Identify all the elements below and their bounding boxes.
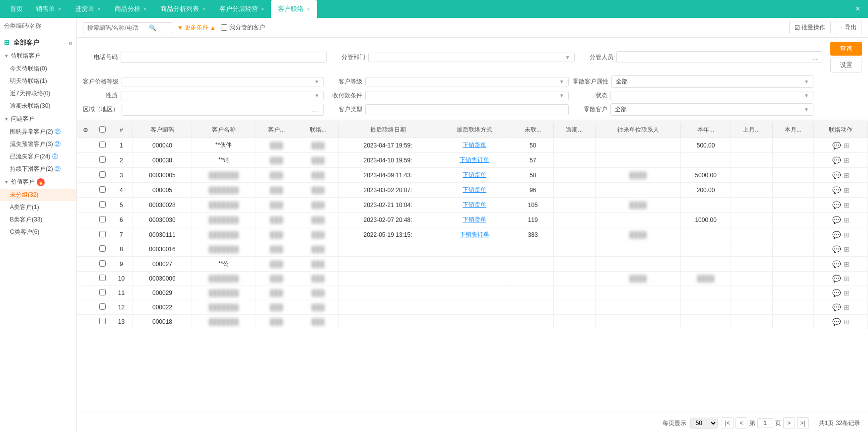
contact-icon[interactable]: 💬 [832, 303, 841, 311]
sidebar-item-tomorrow[interactable]: 明天待联络(1) [0, 75, 76, 87]
sidebar-item-overdue[interactable]: 逾期未联络(30) [0, 100, 76, 112]
sidebar-item-ungroup[interactable]: 未分组(32) [0, 189, 76, 201]
sidebar-collapse-icon[interactable]: « [68, 39, 72, 47]
next-page-btn[interactable]: > [783, 417, 795, 429]
sidebar-item-7days[interactable]: 近7天待联络(0) [0, 87, 76, 100]
current-page-input[interactable] [757, 418, 773, 428]
grid-icon[interactable]: ⊞ [844, 156, 850, 164]
search-input[interactable] [87, 24, 147, 31]
sidebar-item-today[interactable]: 今天待联络(0) [0, 63, 76, 75]
contact-icon[interactable]: 💬 [832, 201, 841, 209]
row-select-checkbox[interactable] [99, 156, 106, 163]
contact-icon[interactable]: 💬 [832, 216, 841, 224]
close-tab-analysis-list-icon[interactable]: × [202, 6, 205, 12]
row-select-checkbox[interactable] [99, 245, 106, 252]
row-select-checkbox[interactable] [99, 142, 106, 148]
row-select-checkbox[interactable] [99, 216, 106, 222]
sidebar-item-abnormal[interactable]: 囤购异常客户(2) ② [0, 126, 76, 138]
grid-icon[interactable]: ⊞ [844, 289, 850, 297]
status-select[interactable]: ▼ [610, 91, 813, 100]
person-input[interactable]: … [616, 51, 822, 63]
contact-icon[interactable]: 💬 [832, 245, 841, 253]
sidebar-item-warning[interactable]: 流失预警客户(3) ② [0, 138, 76, 150]
nav-home[interactable]: 首页 [4, 4, 29, 13]
my-customers-checkbox[interactable] [221, 24, 227, 31]
sidebar-group-pending[interactable]: ▼ 待联络客户 [0, 49, 76, 63]
all-customers-header[interactable]: ⊞ 全部客户 « [0, 34, 76, 49]
nav-tab-analysis[interactable]: 商品分析 × [108, 0, 153, 18]
query-button[interactable]: 查询 [830, 42, 862, 56]
retail-select[interactable]: 全部 ▼ [610, 103, 813, 116]
grid-icon[interactable]: ⊞ [844, 142, 850, 149]
last-page-btn[interactable]: >| [797, 417, 809, 429]
row-select-checkbox[interactable] [99, 318, 106, 324]
nature-select[interactable]: ▼ [121, 91, 324, 100]
row-select-checkbox[interactable] [99, 303, 106, 310]
select-all-checkbox[interactable] [99, 126, 106, 133]
grid-icon[interactable]: ⊞ [844, 201, 850, 209]
row-select-checkbox[interactable] [99, 186, 106, 193]
first-page-btn[interactable]: |< [722, 417, 734, 429]
row-select-checkbox[interactable] [99, 275, 106, 281]
sidebar-item-b-class[interactable]: B类客户(33) [0, 214, 76, 226]
grid-icon[interactable]: ⊞ [844, 216, 850, 224]
sidebar-item-lost[interactable]: 已流失客户(24) ② [0, 150, 76, 163]
batch-btn[interactable]: ☑ 批量操作 [789, 21, 831, 34]
nav-tab-customer-contact[interactable]: 客户联络 × [271, 0, 317, 18]
window-close-icon[interactable]: × [852, 4, 864, 13]
contact-icon[interactable]: 💬 [832, 275, 841, 283]
contact-icon[interactable]: 💬 [832, 231, 841, 239]
payment-select[interactable]: ▼ [365, 91, 568, 100]
sidebar-item-c-class[interactable]: C类客户(6) [0, 226, 76, 238]
export-btn[interactable]: ↑ 导出 [835, 21, 862, 34]
table-body: 1 000040 **伙伴 ███ ███ 2023-04-17 19:59: … [77, 138, 868, 329]
sidebar-group-value[interactable]: ▼ 价值客户 🔥 [0, 175, 76, 189]
row-select-checkbox[interactable] [99, 260, 106, 267]
close-tab-contact-icon[interactable]: × [307, 6, 310, 12]
close-tab-customer-tier-icon[interactable]: × [261, 6, 264, 12]
customer-type-input[interactable] [365, 104, 568, 115]
grid-icon[interactable]: ⊞ [844, 245, 850, 253]
contact-icon[interactable]: 💬 [832, 318, 841, 326]
region-input[interactable]: … [122, 104, 324, 116]
customer-level-select[interactable]: ▼ [365, 77, 568, 86]
grid-icon[interactable]: ⊞ [844, 186, 850, 194]
grid-icon[interactable]: ⊞ [844, 231, 850, 239]
prev-page-btn[interactable]: < [735, 417, 747, 429]
page-size-select[interactable]: 50 100 200 [690, 418, 718, 429]
sidebar-search-input[interactable] [4, 22, 77, 29]
nav-tab-analysis-list[interactable]: 商品分析列表 × [153, 0, 212, 18]
grid-icon[interactable]: ⊞ [844, 260, 850, 268]
retail-attr-select[interactable]: 全部 ▼ [611, 75, 813, 88]
grid-icon[interactable]: ⊞ [844, 171, 850, 179]
sidebar-group-problem[interactable]: ▼ 问题客户 [0, 112, 76, 126]
reset-button[interactable]: 设置 [830, 58, 862, 72]
contact-icon[interactable]: 💬 [832, 289, 841, 297]
row-select-checkbox[interactable] [99, 201, 106, 208]
phone-input[interactable] [121, 52, 327, 63]
sidebar-item-declining[interactable]: 持续下滑客户(2) ② [0, 163, 76, 175]
contact-icon[interactable]: 💬 [832, 171, 841, 179]
close-tab-analysis-icon[interactable]: × [143, 6, 146, 12]
close-tab-sales-icon[interactable]: × [58, 6, 61, 12]
grid-icon[interactable]: ⊞ [844, 318, 850, 326]
price-level-select[interactable]: ▼ [122, 77, 324, 86]
row-select-checkbox[interactable] [99, 289, 106, 295]
grid-icon[interactable]: ⊞ [844, 275, 850, 283]
contact-icon[interactable]: 💬 [832, 156, 841, 164]
nav-tab-sales[interactable]: 销售单 × [29, 0, 68, 18]
settings-col-header[interactable]: ⚙ [77, 122, 95, 138]
more-conditions-btn[interactable]: ▼ 更多条件 ▲ [177, 23, 216, 32]
row-select-checkbox[interactable] [99, 171, 106, 178]
dept-select[interactable]: ▼ [368, 53, 574, 62]
grid-icon[interactable]: ⊞ [844, 303, 850, 311]
row-select-checkbox[interactable] [99, 231, 106, 237]
contact-icon[interactable]: 💬 [832, 186, 841, 194]
nav-tab-customer-tier[interactable]: 客户分层经营 × [212, 0, 271, 18]
nav-tab-purchase[interactable]: 进货单 × [68, 0, 107, 18]
close-tab-purchase-icon[interactable]: × [97, 6, 100, 12]
contact-icon[interactable]: 💬 [832, 142, 841, 149]
sidebar-item-a-class[interactable]: A类客户(1) [0, 201, 76, 214]
col-type: 客户... [256, 122, 297, 138]
contact-icon[interactable]: 💬 [832, 260, 841, 268]
